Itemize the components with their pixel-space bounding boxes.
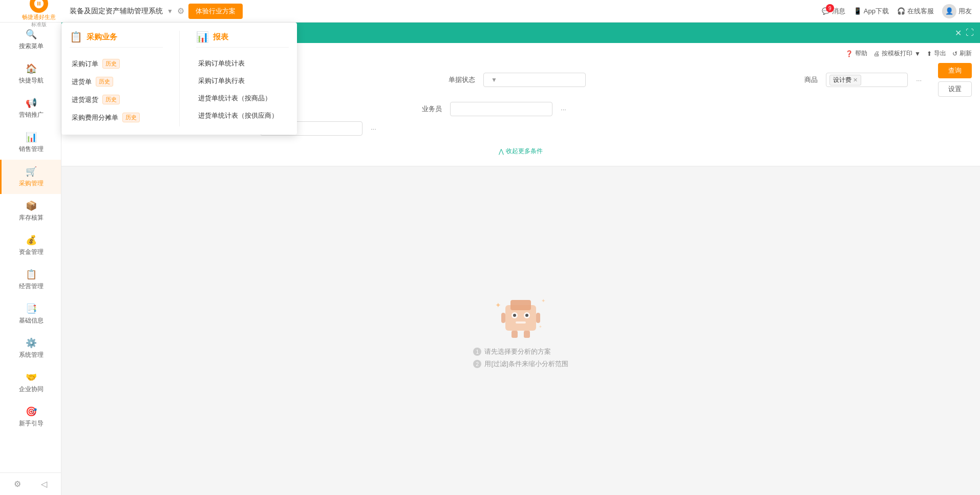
svg-point-5 [525,314,528,317]
message-item[interactable]: 💬 9 消息 [822,7,845,16]
sidebar-item-inventory[interactable]: 📦 库存核算 [0,194,61,228]
query-button[interactable]: 查询 [938,63,972,78]
history-badge-receipt[interactable]: 历史 [96,77,113,87]
service-item[interactable]: 🎧 在线客服 [897,7,934,16]
marketing-icon: 📢 [26,97,37,109]
svg-rect-7 [501,313,505,323]
history-badge-expense[interactable]: 历史 [122,113,140,122]
purchase-section-title: 📋 采购业务 [70,31,163,48]
sidebar-label-operation: 经营管理 [19,282,44,291]
top-right: 💬 9 消息 📱 App下载 🎧 在线客服 👤 用友 [822,4,972,18]
menu-item-expense[interactable]: 采购费用分摊单 历史 [70,109,163,126]
user-item[interactable]: 👤 用友 [942,4,972,18]
tab-expand-icon[interactable]: ⛶ [966,28,974,38]
tab-close-window-icon[interactable]: ✕ [955,28,962,38]
sidebar-label-inventory: 库存核算 [19,213,44,222]
menu-item-receipt-supplier[interactable]: 进货单统计表（按供应商） [196,107,289,124]
sidebar-item-guide[interactable]: 🎯 新手引导 [0,400,61,434]
sidebar-item-marketing[interactable]: 📢 营销推广 [0,91,61,125]
doc-status-select[interactable]: ▼ [483,73,586,87]
system-name: 装备及固定资产辅助管理系统 ▼ ⚙ 体验行业方案 [70,4,822,19]
home-icon: 🏠 [26,63,37,74]
menu-label-po-stats: 采购订单统计表 [198,59,245,68]
settings-icon[interactable]: ⚙ [177,6,184,16]
customer-more-dots[interactable]: ··· [371,125,376,133]
report-section-icon: 📊 [196,31,209,43]
menu-label-po-exec: 采购订单执行表 [198,76,245,85]
svg-rect-1 [510,300,531,310]
sidebar-item-purchase[interactable]: 🛒 采购管理 [0,160,61,194]
base-icon: 📑 [26,303,37,314]
svg-rect-10 [524,331,530,338]
logo-icon [30,0,48,13]
print-button[interactable]: 🖨 按模板打印 ▼ [874,49,921,58]
sidebar-item-quick[interactable]: 🏠 快捷导航 [0,57,61,91]
svg-rect-9 [512,331,518,338]
goods-more-dots[interactable]: ··· [916,76,922,84]
sidebar-item-operation[interactable]: 📋 经营管理 [0,263,61,297]
sidebar-label-marketing: 营销推广 [19,111,44,119]
sidebar-item-collab[interactable]: 🤝 企业协同 [0,365,61,400]
sidebar-label-collab: 企业协同 [19,385,44,394]
hint-text-1: 请先选择要分析的方案 [484,347,551,356]
history-badge-return[interactable]: 历史 [102,95,120,104]
menu-label-receipt-supplier: 进货单统计表（按供应商） [198,111,278,120]
menu-label-po: 采购订单 [72,59,98,69]
help-button[interactable]: ❓ 帮助 [845,49,867,58]
industry-button[interactable]: 体验行业方案 [188,4,243,19]
menu-item-return[interactable]: 进货退货 历史 [70,91,163,109]
user-label: 用友 [958,7,972,16]
svg-rect-6 [516,321,526,324]
msg-count: 9 [826,4,834,12]
set-button[interactable]: 设置 [938,81,972,97]
empty-illustration: ✦ ✦ ✦ [490,290,551,341]
top-bar: 畅捷通好生意 标准版 装备及固定资产辅助管理系统 ▼ ⚙ 体验行业方案 💬 9 … [0,0,980,23]
sidebar-item-system[interactable]: ⚙️ 系统管理 [0,331,61,365]
collapse-button[interactable]: ⋀ 收起更多条件 [499,143,543,160]
goods-tag: 设计费 ✕ [829,75,861,85]
history-badge-po[interactable]: 历史 [102,59,120,69]
system-dropdown-arrow[interactable]: ▼ [167,8,173,15]
app-label: App下载 [864,7,889,16]
sidebar-item-finance[interactable]: 💰 资金管理 [0,228,61,263]
sidebar-label-system: 系统管理 [19,351,44,359]
menu-item-po[interactable]: 采购订单 历史 [70,55,163,73]
svg-point-4 [513,314,516,317]
menu-item-po-exec[interactable]: 采购订单执行表 [196,72,289,90]
logo-area: 畅捷通好生意 标准版 [8,0,70,28]
sidebar-item-base[interactable]: 📑 基础信息 [0,297,61,331]
sidebar-item-sales[interactable]: 📊 销售管理 [0,125,61,160]
hint-item-2: 2 用[过滤]条件来缩小分析范围 [473,359,568,369]
operation-icon: 📋 [26,269,37,280]
refresh-icon: ↺ [952,50,957,57]
finance-icon: 💰 [26,234,37,246]
collapse-sidebar-icon[interactable]: ◁ [41,479,47,489]
menu-item-receipt-goods[interactable]: 进货单统计表（按商品） [196,90,289,107]
export-button[interactable]: ⬆ 导出 [927,49,946,58]
app-download-item[interactable]: 📱 App下载 [854,7,889,16]
menu-label-expense: 采购费用分摊单 [72,113,118,122]
purchase-icon: 🛒 [26,166,37,177]
goods-tag-close[interactable]: ✕ [853,77,858,83]
sidebar-label-finance: 资金管理 [19,248,44,256]
svg-rect-8 [536,313,540,323]
hint-text-2: 用[过滤]条件来缩小分析范围 [484,359,568,369]
salesman-more-dots[interactable]: ··· [561,105,566,113]
sidebar: 🔍 搜索菜单 🏠 快捷导航 📢 营销推广 📊 销售管理 🛒 采购管理 📦 库存核… [0,23,61,495]
system-icon: ⚙️ [26,337,37,349]
refresh-button[interactable]: ↺ 刷新 [952,49,972,58]
user-avatar: 👤 [942,4,956,18]
settings-bottom-icon[interactable]: ⚙ [14,479,21,489]
doc-status-label: 单据状态 [449,75,475,84]
inventory-icon: 📦 [26,200,37,211]
print-icon: 🖨 [874,50,880,57]
menu-label-receipt-goods: 进货单统计表（按商品） [198,94,271,103]
sidebar-label-purchase: 采购管理 [19,179,44,188]
menu-item-receipt[interactable]: 进货单 历史 [70,73,163,91]
logo-text: 畅捷通好生意 [22,13,56,21]
menu-item-po-stats[interactable]: 采购订单统计表 [196,55,289,72]
goods-filter[interactable]: 设计费 ✕ [826,73,908,87]
hint-dot-2: 2 [473,360,481,368]
salesman-select[interactable] [450,102,552,116]
report-section-title: 📊 报表 [196,31,289,48]
